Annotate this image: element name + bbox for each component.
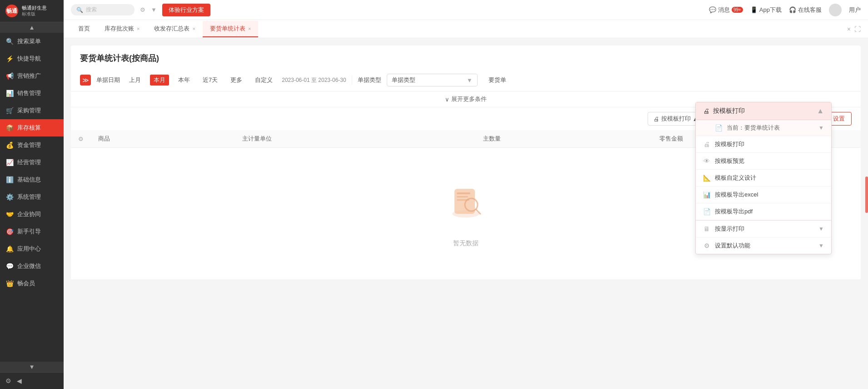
sidebar-item-operation[interactable]: 📈 经营管理 — [0, 154, 64, 171]
date-range: 2023-06-01 至 2023-06-30 — [282, 76, 346, 84]
sound-icon[interactable]: ◀ — [17, 377, 22, 384]
tab-close-btn[interactable]: × — [248, 26, 251, 31]
dropdown-current-template[interactable]: 📄 当前：要货单统计表 ▼ — [696, 120, 831, 136]
sidebar-item-enterprise[interactable]: 🤝 企业协同 — [0, 206, 64, 223]
dropdown-title-text: 按模板打印 — [713, 107, 745, 115]
tab-close-window[interactable]: × — [847, 25, 851, 33]
sidebar-item-label: 企业协同 — [17, 210, 41, 218]
dropdown-template-print[interactable]: 🖨 按模板打印 — [696, 136, 831, 153]
template-print-icon: 🖨 — [703, 141, 710, 148]
tab-close-btn[interactable]: × — [137, 26, 140, 31]
sidebar-item-sales[interactable]: 📊 销售管理 — [0, 85, 64, 102]
doc-type-select[interactable]: 单据类型 ▼ — [387, 74, 478, 86]
select-arrow-icon: ▼ — [467, 77, 473, 84]
sidebar-item-label: 快捷导航 — [17, 55, 41, 63]
sidebar-item-label: 搜索菜单 — [17, 37, 41, 45]
date-current-month[interactable]: 本月 — [150, 75, 169, 86]
user-avatar[interactable] — [829, 4, 842, 16]
app-logo: 畅通 畅通好生意 标准版 — [0, 0, 64, 22]
date-year[interactable]: 本年 — [175, 75, 194, 86]
logo-icon: 畅通 — [5, 5, 18, 17]
dropdown-template-preview[interactable]: 👁 按模板预览 — [696, 153, 831, 170]
online-service-btn[interactable]: 🎧 在线客服 — [789, 6, 822, 14]
sidebar-scroll-up[interactable]: ▲ — [0, 22, 64, 33]
tab-close-btn[interactable]: × — [192, 26, 195, 31]
tab-inventory-batch[interactable]: 库存批次账 × — [97, 21, 147, 37]
display-print-icon: 🖥 — [703, 225, 710, 232]
sidebar-item-basic[interactable]: ℹ️ 基础信息 — [0, 171, 64, 188]
svg-rect-2 — [457, 192, 470, 194]
topbar-right: 💬 消息 99+ 📱 App下载 🎧 在线客服 用户 — [709, 4, 861, 16]
message-icon: 💬 — [709, 6, 716, 13]
main-area: 🔍 搜索 ⚙ ▼ 体验行业方案 💬 消息 99+ 📱 App下载 🎧 在线客服 … — [64, 0, 868, 389]
template-excel-label: 按模板导出excel — [715, 191, 758, 199]
sidebar-scroll-down[interactable]: ▼ — [0, 362, 64, 372]
sidebar-item-apps[interactable]: 🔔 应用中心 — [0, 240, 64, 258]
sidebar-item-label: 营销推广 — [17, 72, 41, 80]
trial-btn[interactable]: 体验行业方案 — [162, 4, 210, 16]
sidebar-item-label: 系统管理 — [17, 193, 41, 201]
tab-home[interactable]: 首页 — [71, 21, 97, 37]
dropdown-template-excel[interactable]: 📊 按模板导出excel — [696, 187, 831, 203]
dropdown-default-func[interactable]: ⚙ 设置默认功能 ▼ — [696, 237, 831, 254]
sidebar-item-member[interactable]: 👑 畅会员 — [0, 275, 64, 292]
sidebar-item-label: 基础信息 — [17, 176, 41, 184]
gear-icon[interactable]: ⚙ — [140, 6, 145, 13]
sidebar-item-shortcut[interactable]: ⚡ 快捷导航 — [0, 50, 64, 67]
doc-type-placeholder: 单据类型 — [392, 76, 415, 84]
goods-filter-label: 要货单 — [489, 76, 506, 84]
sidebar-item-wechat[interactable]: 💬 企业微信 — [0, 258, 64, 275]
logo-text: 畅通 — [6, 7, 17, 15]
tab-collection-summary[interactable]: 收发存汇总表 × — [147, 21, 202, 37]
current-template-label: 当前：要货单统计表 — [727, 124, 780, 132]
date-more[interactable]: 更多 — [227, 75, 246, 86]
filter-expand-btn[interactable]: ≫ — [80, 75, 91, 86]
settings-icon[interactable]: ⚙ — [5, 377, 11, 384]
svg-rect-3 — [457, 196, 468, 197]
sidebar-item-newbie[interactable]: 🎯 新手引导 — [0, 223, 64, 240]
date-prev-month[interactable]: 上月 — [125, 75, 145, 86]
sidebar-item-marketing[interactable]: 📢 营销推广 — [0, 67, 64, 85]
template-preview-label: 按模板预览 — [715, 157, 744, 165]
sidebar-item-purchase[interactable]: 🛒 采购管理 — [0, 102, 64, 119]
current-template-icon: 📄 — [715, 124, 722, 131]
sidebar-item-inventory[interactable]: 📦 库存核算 — [0, 119, 64, 136]
col-goods: 商品 — [91, 130, 235, 148]
app-version: 标准版 — [22, 11, 47, 17]
message-btn[interactable]: 💬 消息 99+ — [709, 6, 743, 14]
scrollbar-indicator[interactable] — [865, 177, 868, 213]
sidebar-item-search[interactable]: 🔍 搜索菜单 — [0, 33, 64, 50]
basic-icon: ℹ️ — [5, 176, 14, 183]
display-print-arrow: ▼ — [818, 226, 824, 232]
tab-maximize-btn[interactable]: ⛶ — [854, 25, 861, 33]
sidebar-item-finance[interactable]: 💰 资金管理 — [0, 136, 64, 154]
system-icon: ⚙️ — [5, 193, 14, 201]
col-quantity: 主数量 — [476, 130, 652, 148]
finance-icon: 💰 — [5, 141, 14, 149]
online-service-label: 在线客服 — [798, 6, 822, 14]
tab-order-stats[interactable]: 要货单统计表 × — [203, 21, 258, 37]
date-7days[interactable]: 近7天 — [199, 75, 221, 86]
dropdown-display-print[interactable]: 🖥 按显示打印 ▼ — [696, 220, 831, 237]
expand-more-btn[interactable]: ∨ 展开更多条件 — [445, 95, 487, 103]
sidebar-footer: ⚙ ◀ — [0, 372, 64, 389]
app-download-btn[interactable]: 📱 App下载 — [750, 6, 782, 14]
topbar: 🔍 搜索 ⚙ ▼ 体验行业方案 💬 消息 99+ 📱 App下载 🎧 在线客服 … — [64, 0, 868, 20]
dropdown-template-pdf[interactable]: 📄 按模板导出pdf — [696, 203, 831, 220]
empty-icon — [443, 180, 489, 234]
sidebar-item-system[interactable]: ⚙️ 系统管理 — [0, 188, 64, 206]
topbar-search[interactable]: 🔍 搜索 — [71, 4, 135, 15]
template-pdf-icon: 📄 — [703, 208, 710, 215]
member-icon: 👑 — [5, 280, 14, 287]
enterprise-icon: 🤝 — [5, 211, 14, 218]
table-settings-icon[interactable]: ⚙ — [78, 136, 84, 142]
date-custom[interactable]: 自定义 — [251, 75, 276, 86]
dropdown-template-custom[interactable]: 📐 模板自定义设计 — [696, 170, 831, 187]
template-custom-icon: 📐 — [703, 174, 710, 182]
template-excel-icon: 📊 — [703, 191, 710, 198]
purchase-icon: 🛒 — [5, 107, 14, 114]
tabs-bar: 首页 库存批次账 × 收发存汇总表 × 要货单统计表 × × ⛶ — [64, 20, 868, 38]
dropdown-close-btn[interactable]: ▲ — [817, 107, 824, 115]
apps-icon: 🔔 — [5, 245, 14, 253]
empty-illustration — [443, 180, 489, 225]
